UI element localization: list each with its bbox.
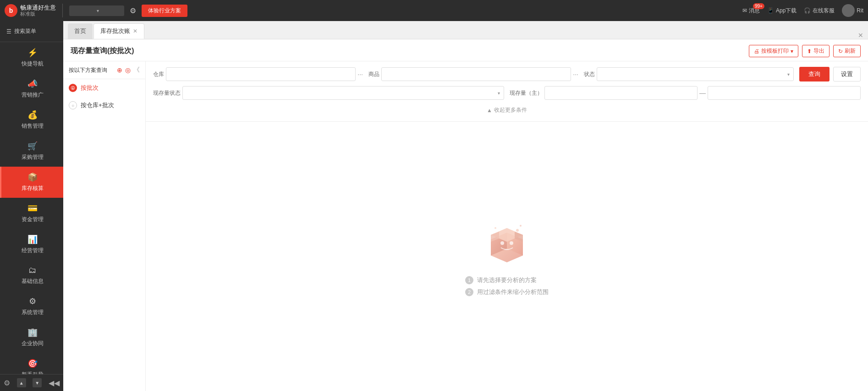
sidebar-item-basic[interactable]: 🗂 基础信息: [0, 260, 63, 291]
page-title: 现存量查询(按批次): [71, 46, 134, 56]
add-scheme-icon[interactable]: ⊕: [117, 66, 122, 74]
sidebar-item-inventory[interactable]: 📦 库存核算: [0, 167, 63, 198]
status-filter-group: 状态 ▾: [584, 67, 794, 81]
sidebar-item-label: 系统管理: [22, 309, 44, 316]
status-dropdown-icon: ▾: [787, 72, 790, 77]
sidebar-item-label: 基础信息: [22, 277, 44, 285]
page-header: 现存量查询(按批次) 🖨 按模板打印 ▾ ⬆ 导出 ↻ 刷新: [63, 39, 868, 61]
scheme-settings-icon[interactable]: ◎: [125, 66, 131, 74]
sidebar-bottom: ⚙ ▲ ▼ ◀◀: [0, 374, 63, 391]
hint-item-2: 2 用过滤条件来缩小分析范围: [465, 288, 549, 296]
warehouse-more-icon[interactable]: ···: [357, 71, 363, 78]
tab-close-icon[interactable]: ✕: [133, 28, 137, 34]
product-label: 商品: [368, 71, 379, 78]
warehouse-input[interactable]: [166, 67, 356, 81]
app-download-label: App下载: [776, 7, 797, 15]
finance-icon: 💳: [27, 203, 38, 213]
marketing-icon: 📣: [27, 79, 38, 89]
filter-row-1: 仓库 ··· 商品 ··· 状态: [153, 67, 861, 81]
operations-icon: 📊: [27, 234, 38, 244]
tab-bar: 首页 库存批次账 ✕ ✕: [63, 21, 868, 39]
sidebar-item-newbie[interactable]: 🎯 新手引导: [0, 353, 63, 374]
svg-point-8: [516, 229, 519, 232]
print-dropdown-icon[interactable]: ▾: [791, 48, 793, 54]
hint-item-1: 1 请先选择要分析的方案: [465, 276, 549, 284]
message-icon: ✉: [742, 7, 747, 14]
sales-icon: 💰: [27, 110, 38, 120]
svg-point-7: [510, 241, 513, 245]
export-label: 导出: [813, 47, 824, 55]
header-search[interactable]: ▾: [69, 5, 124, 16]
sidebar: ☰ 搜索菜单 ⚡ 快捷导航 📣 营销推广 💰 销售管理 🛒 采购管理 📦: [0, 21, 63, 391]
sidebar-item-label: 销售管理: [22, 122, 44, 130]
system-icon: ⚙: [29, 296, 36, 306]
stock-qty-label: 现存量（主）: [510, 89, 543, 97]
trial-button[interactable]: 体验行业方案: [142, 5, 187, 17]
query-button[interactable]: 查询: [799, 67, 830, 81]
export-button[interactable]: ⬆ 导出: [802, 45, 830, 57]
refresh-button[interactable]: ↻ 刷新: [833, 45, 861, 57]
sidebar-item-label: 资金管理: [22, 216, 44, 223]
sidebar-item-system[interactable]: ⚙ 系统管理: [0, 291, 63, 322]
stock-status-select[interactable]: ▾: [182, 86, 504, 100]
close-all-tabs-icon[interactable]: ✕: [858, 32, 863, 39]
collapse-icon[interactable]: ◀◀: [49, 379, 60, 387]
svg-point-9: [520, 225, 522, 227]
stock-qty-min-input[interactable]: [544, 86, 698, 100]
tab-batch-ledger[interactable]: 库存批次账 ✕: [93, 23, 144, 39]
scroll-up-button[interactable]: ▲: [17, 378, 26, 387]
messages-badge: 99+: [753, 3, 764, 9]
online-service-button[interactable]: 🎧 在线客服: [804, 7, 835, 15]
settings-button[interactable]: 设置: [833, 67, 861, 81]
content-area: 首页 库存批次账 ✕ ✕ 现存量查询(按批次) 🖨 按模板打印 ▾: [63, 21, 868, 391]
main-layout: ☰ 搜索菜单 ⚡ 快捷导航 📣 营销推广 💰 销售管理 🛒 采购管理 📦: [0, 21, 868, 391]
tab-home-label: 首页: [74, 27, 86, 35]
sidebar-item-quick-nav[interactable]: ⚡ 快捷导航: [0, 42, 63, 73]
page-actions: 🖨 按模板打印 ▾ ⬆ 导出 ↻ 刷新: [749, 45, 861, 57]
basic-icon: 🗂: [28, 266, 37, 275]
settings-bottom-icon[interactable]: ⚙: [4, 379, 10, 387]
sidebar-item-operations[interactable]: 📊 经营管理: [0, 229, 63, 260]
enterprise-icon: 🏢: [27, 327, 38, 337]
sidebar-item-enterprise[interactable]: 🏢 企业协同: [0, 322, 63, 353]
collapse-panel-icon[interactable]: 《: [133, 66, 140, 74]
template-print-button[interactable]: 🖨 按模板打印 ▾: [749, 45, 798, 57]
tab-home[interactable]: 首页: [68, 23, 93, 39]
version-badge: 标准版: [20, 11, 56, 17]
scheme-batch-label: 按批次: [81, 84, 99, 92]
search-menu-button[interactable]: ☰ 搜索菜单: [3, 25, 60, 38]
scroll-down-button[interactable]: ▼: [33, 378, 42, 387]
product-more-icon[interactable]: ···: [573, 71, 578, 78]
purchase-icon: 🛒: [27, 141, 38, 151]
tab-batch-ledger-label: 库存批次账: [100, 27, 130, 35]
filter-area: 仓库 ··· 商品 ··· 状态: [146, 61, 868, 122]
stock-status-filter-group: 现存量状态 ▾: [153, 86, 504, 100]
sidebar-item-finance[interactable]: 💳 资金管理: [0, 198, 63, 229]
sidebar-item-marketing[interactable]: 📣 营销推广: [0, 73, 63, 104]
sidebar-item-label: 经营管理: [22, 247, 44, 255]
sidebar-top: ☰ 搜索菜单: [0, 21, 63, 42]
status-select[interactable]: ▾: [597, 67, 794, 81]
stock-status-label: 现存量状态: [153, 89, 181, 97]
scheme-item-warehouse-batch[interactable]: ○ 按仓库+批次: [63, 97, 145, 114]
collapse-more-button[interactable]: ▲ 收起更多条件: [153, 104, 861, 116]
sidebar-item-label: 新手引导: [22, 371, 44, 374]
scheme-item-batch[interactable]: ⦿ 按批次: [63, 79, 145, 97]
product-input[interactable]: [381, 67, 571, 81]
panel-header-actions: ⊕ ◎ 《: [117, 66, 140, 74]
sidebar-item-label: 营销推广: [22, 91, 44, 99]
sidebar-item-purchase[interactable]: 🛒 采购管理: [0, 136, 63, 167]
logo-area: b 畅康通好生意 标准版: [5, 4, 56, 17]
newbie-icon: 🎯: [27, 358, 38, 369]
settings-icon[interactable]: ⚙: [128, 5, 138, 17]
panel-header: 按以下方案查询 ⊕ ◎ 《: [63, 61, 145, 79]
messages-button[interactable]: ✉ 消息 99+: [742, 7, 760, 15]
app-download-button[interactable]: 📱 App下载: [767, 7, 797, 15]
user-profile[interactable]: Rit: [842, 4, 863, 17]
sidebar-item-label: 库存核算: [22, 185, 44, 192]
stock-qty-max-input[interactable]: [708, 86, 861, 100]
sidebar-item-label: 企业协同: [22, 340, 44, 348]
headset-icon: 🎧: [804, 7, 811, 14]
sidebar-item-sales[interactable]: 💰 销售管理: [0, 104, 63, 136]
sidebar-scroll: ⚡ 快捷导航 📣 营销推广 💰 销售管理 🛒 采购管理 📦 库存核算 💳: [0, 42, 63, 374]
